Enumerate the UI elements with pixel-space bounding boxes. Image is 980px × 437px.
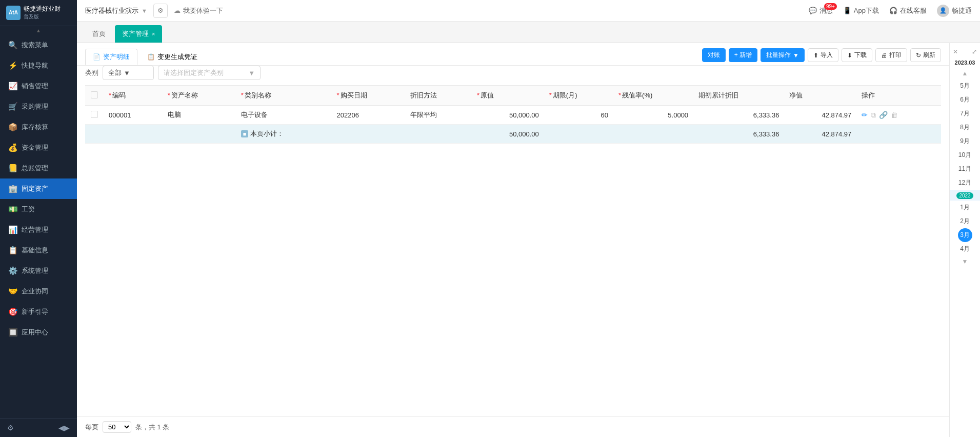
calendar-month-5月[interactable]: 5月 xyxy=(958,79,971,93)
tab-asset-management[interactable]: 资产管理 × xyxy=(115,25,162,43)
sidebar-label-capital: 资金管理 xyxy=(22,143,48,152)
phone-icon: 📱 xyxy=(843,7,851,14)
cell-depreciation-method: 年限平均 xyxy=(405,106,472,125)
reconcile-button[interactable]: 对账 xyxy=(702,48,726,62)
message-badge: 99+ xyxy=(824,3,837,10)
calendar-month-7月[interactable]: 7月 xyxy=(958,107,971,121)
general-ledger-icon: 📒 xyxy=(8,164,17,173)
sidebar-item-enterprise[interactable]: 🤝企业协同 xyxy=(0,281,77,302)
user-profile[interactable]: 👤 畅捷通 xyxy=(937,5,972,17)
print-button[interactable]: 🖨 打印 xyxy=(875,48,907,62)
calendar-header: ✕ ⤢ xyxy=(950,47,980,56)
new-button[interactable]: + 新增 xyxy=(729,48,757,62)
download-button[interactable]: ⬇ 下载 xyxy=(842,48,872,62)
sidebar-item-fixed-assets[interactable]: 🏢固定资产 xyxy=(0,178,77,199)
sidebar-item-guide[interactable]: 🎯新手引导 xyxy=(0,302,77,322)
sidebar-label-guide: 新手引导 xyxy=(22,307,48,316)
sidebar-item-operations[interactable]: 📊经营管理 xyxy=(0,220,77,240)
company-name: 医疗器械行业演示 xyxy=(85,6,138,15)
tab-home[interactable]: 首页 xyxy=(85,25,113,43)
sidebar-item-basic-info[interactable]: 📋基础信息 xyxy=(0,240,77,261)
app-download-button[interactable]: 📱 App下载 xyxy=(843,6,879,15)
calendar-month-1月[interactable]: 1月 xyxy=(958,201,972,214)
subtab-change-voucher[interactable]: 📋 变更生成凭证 xyxy=(139,49,205,65)
category-label: 类别 xyxy=(85,68,98,77)
calendar-month-12月[interactable]: 12月 xyxy=(958,176,971,190)
company-dropdown-icon: ▼ xyxy=(142,8,147,14)
subtotal-net-value: 42,874.97 xyxy=(784,125,856,144)
export-button[interactable]: ⬆ 导入 xyxy=(808,48,838,62)
select-all-checkbox[interactable] xyxy=(91,91,98,98)
sidebar-label-operations: 经营管理 xyxy=(22,225,48,234)
calendar-month-10月[interactable]: 10月 xyxy=(958,148,971,162)
batch-dropdown-icon: ▼ xyxy=(793,52,799,59)
link-icon[interactable]: 🔗 xyxy=(879,111,888,119)
tab-close-button[interactable]: × xyxy=(152,31,155,37)
sidebar-item-system[interactable]: ⚙️系统管理 xyxy=(0,261,77,281)
message-button[interactable]: 💬 消息 99+ xyxy=(809,6,833,15)
tab-home-label: 首页 xyxy=(92,29,106,38)
header-action: 操作 xyxy=(856,86,941,106)
sidebar-label-app-center: 应用中心 xyxy=(22,328,48,337)
sidebar-item-purchase[interactable]: 🛒采购管理 xyxy=(0,96,77,117)
calendar-month-9月[interactable]: 9月 xyxy=(958,134,971,148)
settings-icon[interactable]: ⚙ xyxy=(7,424,14,432)
experience-button[interactable]: ☁ 我要体验一下 xyxy=(174,6,223,15)
sidebar-item-search[interactable]: 🔍搜索菜单 xyxy=(0,35,77,55)
sidebar-item-quick-nav[interactable]: ⚡快捷导航 xyxy=(0,55,77,76)
batch-button[interactable]: 批量操作 ▼ xyxy=(761,48,805,62)
calendar-month-11月[interactable]: 11月 xyxy=(958,162,971,176)
change-voucher-icon: 📋 xyxy=(147,53,155,61)
calendar-month-6月[interactable]: 6月 xyxy=(958,93,971,107)
calendar-month-8月[interactable]: 8月 xyxy=(958,121,971,134)
sidebar-item-general-ledger[interactable]: 📒总账管理 xyxy=(0,158,77,178)
right-calendar-panel: ✕ ⤢ 2023.03 ▲ 5月6月7月8月9月10月11月12月 2023 1… xyxy=(949,43,980,437)
asset-detail-icon: 📄 xyxy=(93,53,101,61)
calendar-close-icon[interactable]: ✕ xyxy=(953,48,958,55)
settings-gear-button[interactable]: ⚙ xyxy=(153,4,168,18)
sidebar-label-basic-info: 基础信息 xyxy=(22,246,48,255)
sidebar-label-sales: 销售管理 xyxy=(22,82,48,91)
calendar-month-4月[interactable]: 4月 xyxy=(958,242,972,256)
edit-icon[interactable]: ✏ xyxy=(862,111,868,119)
pagination: 每页 50 20 100 200 条，共 1 条 xyxy=(77,416,949,437)
page-size-label: 每页 xyxy=(85,423,98,432)
collapse-icon[interactable]: ◀▶ xyxy=(58,424,70,432)
calendar-expand-icon[interactable]: ⤢ xyxy=(972,48,977,55)
delete-icon[interactable]: 🗑 xyxy=(891,111,898,119)
calendar-year-label: 2023.03 xyxy=(955,58,975,68)
subtab-asset-detail[interactable]: 📄 资产明细 xyxy=(85,49,137,65)
page-size-select[interactable]: 50 20 100 200 xyxy=(103,421,131,433)
calendar-down-arrow[interactable]: ▼ xyxy=(960,256,970,267)
refresh-button[interactable]: ↻ 刷新 xyxy=(910,48,941,62)
logo-icon: AtA xyxy=(6,6,21,20)
copy-icon[interactable]: ⧉ xyxy=(871,111,876,120)
subtab-bar: 📄 资产明细 📋 变更生成凭证 对账 + 新增 批量操作 ▼ ⬆ xyxy=(77,43,949,66)
sidebar-item-capital[interactable]: 💰资金管理 xyxy=(0,137,77,158)
sidebar-label-fixed-assets: 固定资产 xyxy=(22,184,48,193)
calendar-month-2月[interactable]: 2月 xyxy=(958,214,972,228)
calendar-up-arrow[interactable]: ▲ xyxy=(960,68,970,79)
app-center-icon: 🔲 xyxy=(8,328,17,337)
system-icon: ⚙️ xyxy=(8,266,17,275)
cell-code: 000001 xyxy=(104,106,163,125)
company-selector[interactable]: 医疗器械行业演示 ▼ xyxy=(85,6,147,15)
cloud-icon: ☁ xyxy=(174,7,181,14)
sidebar-item-payroll[interactable]: 💵工资 xyxy=(0,199,77,220)
online-service-button[interactable]: 🎧 在线客服 xyxy=(889,6,927,15)
calendar-month-3月[interactable]: 3月 xyxy=(958,228,972,242)
sidebar-item-inventory[interactable]: 📦库存核算 xyxy=(0,117,77,137)
year-2023-badge: 2023 xyxy=(956,192,973,199)
category-type-select[interactable]: 全部 ▼ xyxy=(103,66,154,80)
main-area: 医疗器械行业演示 ▼ ⚙ ☁ 我要体验一下 💬 消息 99+ 📱 App下载 🎧… xyxy=(77,0,980,437)
header-checkbox-cell xyxy=(85,86,104,106)
sidebar-label-search: 搜索菜单 xyxy=(22,41,48,50)
row-checkbox[interactable] xyxy=(91,111,98,118)
category-search-input[interactable]: 请选择固定资产类别 ▼ xyxy=(158,66,261,80)
header-depreciation-method: 折旧方法 xyxy=(405,86,472,106)
sidebar-item-sales[interactable]: 📈销售管理 xyxy=(0,76,77,96)
app-download-label: App下载 xyxy=(854,6,879,15)
sidebar-item-app-center[interactable]: 🔲应用中心 xyxy=(0,322,77,343)
scroll-up-indicator[interactable]: ▲ xyxy=(0,26,77,35)
row-checkbox-cell xyxy=(85,106,104,125)
